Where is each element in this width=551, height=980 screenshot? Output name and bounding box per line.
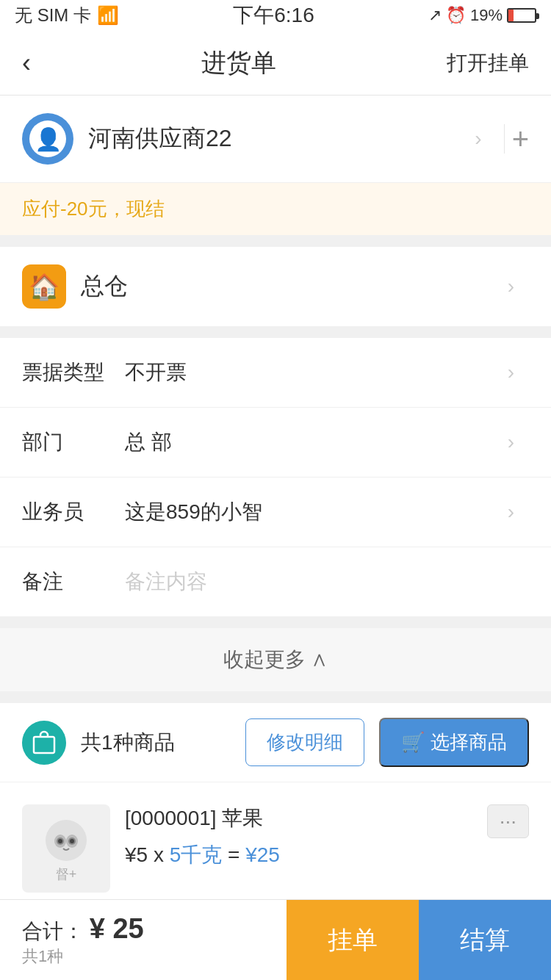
product-section: 共1种商品 修改明细 🛒 选择商品 bbox=[0, 703, 551, 915]
sales-row[interactable]: 业务员 这是859的小智 › bbox=[0, 478, 551, 547]
product-name: [0000001] 苹果 bbox=[125, 804, 472, 832]
supplier-name: 河南供应商22 bbox=[88, 123, 475, 155]
product-unit-price: ¥5 bbox=[125, 843, 148, 866]
carrier-text: 无 SIM 卡 bbox=[15, 4, 91, 27]
remark-row[interactable]: 备注 备注内容 bbox=[0, 547, 551, 616]
checkout-button[interactable]: 结算 bbox=[419, 900, 551, 981]
supplier-avatar: 👤 bbox=[22, 113, 73, 165]
supplier-section: 👤 河南供应商22 › + 应付-20元，现结 bbox=[0, 96, 551, 235]
warehouse-chevron-icon: › bbox=[508, 275, 514, 298]
product-title: 苹果 bbox=[222, 807, 263, 829]
svg-point-1 bbox=[46, 820, 87, 861]
supplier-alert: 应付-20元，现结 bbox=[0, 183, 551, 235]
collapse-button[interactable]: 收起更多 ∧ bbox=[0, 628, 551, 691]
warehouse-section[interactable]: 🏠 总仓 › bbox=[0, 247, 551, 326]
sales-value: 这是859的小智 bbox=[125, 498, 508, 526]
collapse-label: 收起更多 ∧ bbox=[223, 646, 328, 674]
form-section: 票据类型 不开票 › 部门 总 部 › 业务员 这是859的小智 › 备注 备注… bbox=[0, 338, 551, 616]
sales-label: 业务员 bbox=[22, 498, 125, 526]
invoice-row[interactable]: 票据类型 不开票 › bbox=[0, 338, 551, 408]
avatar-icon: 👤 bbox=[35, 126, 62, 152]
nav-bar: ‹ 进货单 打开挂单 bbox=[0, 31, 551, 96]
open-hang-button[interactable]: 打开挂单 bbox=[447, 49, 529, 77]
back-button[interactable]: ‹ bbox=[22, 48, 31, 79]
supplier-chevron-icon: › bbox=[475, 127, 481, 151]
status-left: 无 SIM 卡 📶 bbox=[15, 4, 119, 27]
invoice-chevron-icon: › bbox=[508, 361, 514, 384]
warehouse-icon: 🏠 bbox=[22, 264, 66, 309]
status-right: ↗ ⏰ 19% bbox=[428, 6, 536, 25]
dept-chevron-icon: › bbox=[508, 430, 514, 454]
warehouse-name: 总仓 bbox=[81, 270, 508, 303]
product-info: [0000001] 苹果 ¥5 x 5千克 = ¥25 bbox=[125, 804, 472, 869]
edit-detail-button[interactable]: 修改明细 bbox=[245, 718, 364, 766]
dept-label: 部门 bbox=[22, 428, 125, 456]
battery-icon bbox=[507, 8, 536, 23]
svg-rect-0 bbox=[34, 737, 54, 753]
status-time: 下午6:16 bbox=[233, 1, 314, 29]
invoice-label: 票据类型 bbox=[22, 359, 125, 386]
status-bar: 无 SIM 卡 📶 下午6:16 ↗ ⏰ 19% bbox=[0, 0, 551, 31]
battery-text: 19% bbox=[470, 6, 503, 25]
dept-value: 总 部 bbox=[125, 428, 508, 456]
warehouse-row[interactable]: 🏠 总仓 › bbox=[0, 247, 551, 326]
product-header: 共1种商品 修改明细 🛒 选择商品 bbox=[0, 703, 551, 782]
product-code: [0000001] bbox=[125, 807, 217, 829]
product-more-button[interactable]: ··· bbox=[487, 804, 529, 838]
svg-point-7 bbox=[70, 839, 74, 843]
total-amount: ¥ 25 bbox=[90, 913, 144, 944]
product-item: 督+ [0000001] 苹果 ¥5 x 5千克 = ¥25 ··· bbox=[0, 782, 551, 915]
remark-input[interactable]: 备注内容 bbox=[125, 568, 529, 596]
total-count: 共1种 bbox=[22, 945, 264, 968]
location-icon: ↗ bbox=[428, 6, 442, 25]
page-title: 进货单 bbox=[201, 46, 276, 80]
product-thumbnail: 督+ bbox=[22, 804, 110, 893]
total-row: 合计： ¥ 25 bbox=[22, 913, 264, 945]
total-label: 合计： bbox=[22, 920, 84, 943]
cart-icon: 🛒 bbox=[401, 731, 425, 754]
hang-button[interactable]: 挂单 bbox=[287, 900, 419, 981]
add-supplier-button[interactable]: + bbox=[512, 123, 529, 156]
product-count-icon bbox=[22, 721, 66, 765]
wifi-icon: 📶 bbox=[97, 5, 119, 26]
supplier-row[interactable]: 👤 河南供应商22 › + bbox=[0, 96, 551, 183]
divider bbox=[504, 124, 505, 154]
sales-chevron-icon: › bbox=[508, 500, 514, 524]
product-price-row: ¥5 x 5千克 = ¥25 bbox=[125, 841, 472, 869]
alarm-icon: ⏰ bbox=[446, 6, 466, 25]
dept-row[interactable]: 部门 总 部 › bbox=[0, 408, 551, 478]
bottom-bar: 合计： ¥ 25 共1种 挂单 结算 bbox=[0, 899, 551, 980]
remark-label: 备注 bbox=[22, 568, 125, 596]
product-qty: 5千克 bbox=[170, 843, 223, 866]
product-count-text: 共1种商品 bbox=[81, 729, 231, 757]
product-total: ¥25 bbox=[245, 843, 280, 866]
select-product-button[interactable]: 🛒 选择商品 bbox=[379, 718, 529, 767]
total-section: 合计： ¥ 25 共1种 bbox=[0, 913, 287, 968]
invoice-value: 不开票 bbox=[125, 359, 508, 386]
svg-point-6 bbox=[58, 839, 62, 843]
